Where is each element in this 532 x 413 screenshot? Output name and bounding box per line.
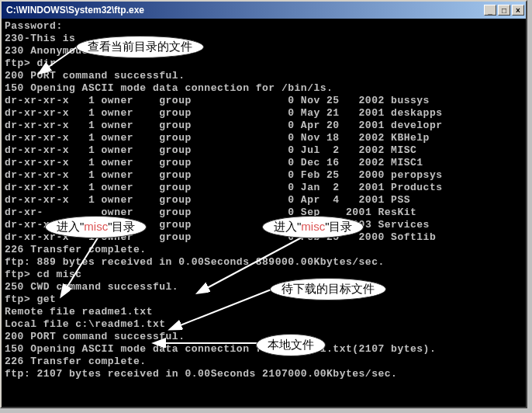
line: 150 Opening ASCII mode data connection f… [5,343,436,355]
dir-row: dr-xr-xr-x 1 owner group 0 Jan 2 2001 Pr… [5,182,443,193]
dir-row: dr-xr-xr-x 1 owner group 0 Jul 2 2002 MI… [5,144,416,156]
line: ftp: 2107 bytes received in 0.00Seconds … [5,368,397,380]
line: 200 PORT command successful. [5,331,185,342]
window-controls: _ □ × [484,5,524,16]
dir-row: dr-xr-xr-x 1 owner group 0 Dec 16 2002 M… [5,157,423,168]
line: ftp> cd misc [5,269,82,280]
window-title: C:\WINDOWS\System32\ftp.exe [6,5,484,16]
callout-enter-misc-right: 进入"misc"目录 [262,216,364,238]
dir-row: dr-xr-xr-x 1 owner group 0 Feb 25 2000 p… [5,169,443,181]
line: ftp> dir [5,57,56,69]
minimize-button[interactable]: _ [484,5,496,16]
callout-target-file: 待下载的目标文件 [270,278,386,300]
line: 150 Opening ASCII mode data connection f… [5,82,333,94]
dir-row: dr-xr-xr-x 1 owner group 0 Apr 20 2001 d… [5,120,443,131]
maximize-button[interactable]: □ [498,5,510,16]
dir-row: dr-xr-xr-x 1 owner group 0 Nov 25 2002 b… [5,95,430,106]
line: 230-This is [5,33,75,44]
line: ftp> get [5,293,56,305]
line: Local file c:\readme1.txt [5,318,166,330]
line: Remote file readme1.txt [5,306,153,318]
dir-row: dr-xr-xr-x 1 owner group 0 Nov 18 2002 K… [5,132,430,144]
callout-view-dir: 查看当前目录的文件 [76,36,204,58]
line: 200 PORT command successful. [5,70,185,82]
dir-row: dr-xr- [5,206,43,218]
line: 226 Transfer complete. [5,356,147,367]
callout-local-file: 本地文件 [256,334,326,356]
dir-row: dr-xr-xr-x 1 owner group 0 Apr 4 2001 PS… [5,194,410,206]
line: 250 CWD command successful. [5,281,178,293]
line: Password: [5,20,63,32]
line: 226 Transfer complete. [5,244,147,255]
close-button[interactable]: × [512,5,524,16]
dir-row: dr-xr-xr-x 1 owner group 0 May 21 2001 d… [5,107,443,119]
titlebar[interactable]: C:\WINDOWS\System32\ftp.exe _ □ × [2,2,526,19]
line: ftp: 889 bytes received in 0.00Seconds 8… [5,256,385,268]
callout-enter-misc-left: 进入"misc"目录 [45,216,147,238]
